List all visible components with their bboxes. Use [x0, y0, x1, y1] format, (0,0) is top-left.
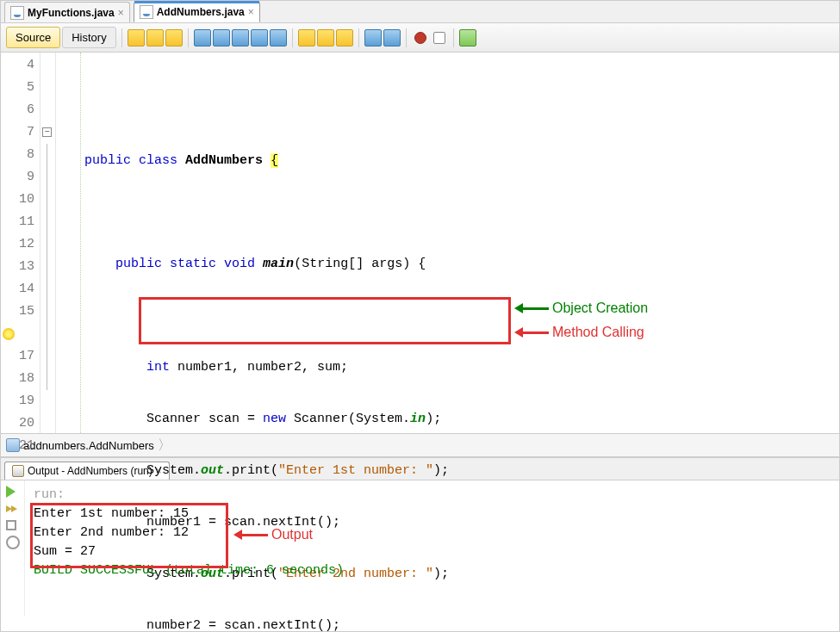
separator: [292, 28, 293, 47]
output-panel: Output - AddNumbers (run) × run: Enter 1…: [1, 457, 839, 617]
fold-gutter: −: [40, 53, 56, 433]
tab-myfunctions[interactable]: MyFunctions.java ×: [4, 2, 130, 22]
nav-back-icon[interactable]: [128, 29, 145, 46]
line-number: 9: [1, 166, 40, 189]
toggle-hl-icon[interactable]: [251, 29, 268, 46]
line-number: 4: [1, 54, 40, 77]
separator: [121, 28, 122, 47]
line-number: 21: [1, 435, 40, 457]
editor-toolbar: Source History: [1, 23, 839, 53]
output-body: run: Enter 1st number: 15 Enter 2nd numb…: [1, 480, 839, 617]
settings-icon[interactable]: [6, 536, 20, 549]
file-tab-bar: MyFunctions.java × AddNumbers.java ×: [1, 1, 839, 23]
lightbulb-icon[interactable]: [3, 328, 15, 340]
comment-icon[interactable]: [364, 29, 382, 46]
line-number: 6: [1, 99, 40, 121]
rerun-icon[interactable]: [6, 486, 16, 498]
line-number: 20: [1, 412, 40, 435]
line-number: 19: [1, 390, 40, 412]
nav-fwd-icon[interactable]: [146, 29, 164, 46]
tab-label: AddNumbers.java: [157, 6, 245, 18]
output-actions: [1, 480, 25, 617]
rerun-debug-icon[interactable]: [6, 503, 20, 515]
line-number: 18: [1, 368, 40, 390]
line-number: 17: [1, 345, 40, 368]
tab-addnumbers[interactable]: AddNumbers.java ×: [134, 2, 260, 22]
output-icon: [12, 465, 24, 477]
line-gutter: 4 5 6 7 8 9 10 11 12 13 14 15 17 18 19 2…: [1, 53, 40, 433]
annotation-output: Output: [242, 527, 313, 542]
separator: [453, 28, 454, 47]
shift-left-icon[interactable]: [298, 29, 315, 46]
record-macro-icon[interactable]: [414, 32, 426, 44]
tab-label: MyFunctions.java: [28, 7, 115, 19]
code-editor[interactable]: 4 5 6 7 8 9 10 11 12 13 14 15 17 18 19 2…: [1, 53, 839, 433]
line-number: [1, 323, 40, 345]
prev-icon[interactable]: [213, 29, 230, 46]
separator: [358, 28, 359, 47]
separator: [188, 28, 189, 47]
separator: [406, 28, 407, 47]
nav-dropdown-icon[interactable]: [165, 29, 183, 46]
line-number: 8: [1, 144, 40, 166]
history-button[interactable]: History: [62, 27, 115, 48]
annotation-method-calling: Method Calling: [523, 325, 644, 340]
line-number: 10: [1, 189, 40, 211]
format-icon[interactable]: [336, 29, 353, 46]
fold-toggle-icon[interactable]: −: [42, 127, 52, 137]
stop-macro-icon[interactable]: [433, 32, 445, 44]
search-icon[interactable]: [194, 29, 211, 46]
line-number: 5: [1, 77, 40, 99]
java-file-icon: [140, 5, 153, 19]
line-number: 15: [1, 301, 40, 323]
line-number: 11: [1, 211, 40, 233]
shift-right-icon[interactable]: [317, 29, 334, 46]
stop-icon[interactable]: [6, 520, 16, 530]
uncomment-icon[interactable]: [383, 29, 401, 46]
line-number: 14: [1, 278, 40, 301]
code-content[interactable]: public class AddNumbers { public static …: [56, 53, 839, 433]
line-number: 12: [1, 233, 40, 256]
annotation-object-creation: Object Creation: [523, 301, 648, 316]
toggle-bm-icon[interactable]: [270, 29, 287, 46]
run-icon[interactable]: [459, 29, 476, 46]
close-icon[interactable]: ×: [118, 7, 124, 19]
next-icon[interactable]: [232, 29, 249, 46]
line-number: 7: [1, 121, 40, 144]
output-text[interactable]: run: Enter 1st number: 15 Enter 2nd numb…: [25, 480, 352, 617]
source-button[interactable]: Source: [6, 27, 60, 48]
close-icon[interactable]: ×: [248, 6, 254, 18]
java-file-icon: [10, 6, 24, 20]
line-number: 13: [1, 256, 40, 278]
